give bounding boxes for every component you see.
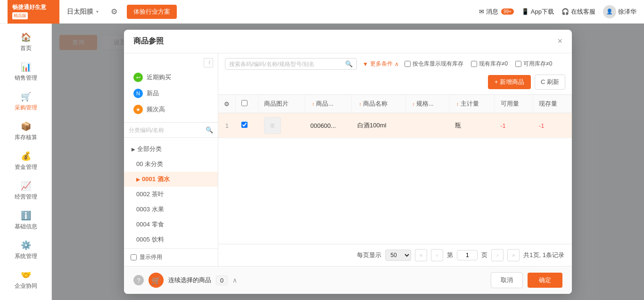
table-header-code[interactable]: ↕ 商品...: [305, 95, 352, 113]
sidebar-item-6[interactable]: ℹ️基础信息: [0, 206, 51, 235]
modal-footer: ? 🛒 连续选择的商品 0 ∧ 取消 确定: [124, 266, 572, 294]
logo-text: 畅捷通好生意: [12, 4, 46, 11]
product-reference-modal: 商品参照 × 《 ↩ 近期购买: [124, 30, 572, 294]
table-header-unit[interactable]: ↕ 主计量: [449, 95, 495, 113]
nav-right-area: ✉ 消息 99+ 📱 App下载 🎧 在线客服 👤 徐泽华: [479, 5, 636, 18]
per-page-select[interactable]: 50 20 100: [385, 250, 411, 261]
next-page-btn[interactable]: ›: [491, 249, 504, 261]
sidebar-item-5[interactable]: 📈经营管理: [0, 176, 51, 206]
footer-left: ? 🛒 连续选择的商品 0 ∧: [133, 273, 237, 288]
table-row[interactable]: 1 图 000600... 白酒100ml 瓶 -1 -1: [218, 113, 572, 138]
cat-item-6[interactable]: 0005 饮料: [124, 232, 218, 247]
avatar: 👤: [603, 5, 616, 18]
chevron-up-icon[interactable]: ∧: [232, 276, 237, 284]
category-search-icon[interactable]: 🔍: [206, 126, 213, 133]
pagination: 每页显示 50 20 100 « ‹ 第 页 ›: [218, 244, 572, 266]
select-all-checkbox[interactable]: [241, 100, 248, 106]
quick-filters: 《 ↩ 近期购买 N 新品 ★: [124, 53, 218, 123]
online-service-btn[interactable]: 🎧 在线客服: [561, 8, 595, 16]
table-header-spec[interactable]: ↕ 规格...: [405, 95, 449, 113]
store-dropdown[interactable]: 日太阳膜 ▾: [59, 0, 106, 24]
cancel-btn[interactable]: 取消: [491, 272, 523, 288]
page-word: 第: [447, 251, 453, 259]
usable-checkbox[interactable]: 可用库存≠0: [515, 60, 552, 68]
experience-btn[interactable]: 体验行业方案: [127, 5, 177, 19]
sidebar-item-1[interactable]: 📊销售管理: [0, 57, 51, 87]
sidebar-item-7[interactable]: ⚙️系统管理: [0, 235, 51, 265]
sidebar-item-0[interactable]: 🏠首页: [0, 27, 51, 57]
help-icon[interactable]: ?: [133, 275, 144, 285]
filter-more-btn[interactable]: ▼ 更多条件 ∧: [362, 58, 400, 70]
filter-up-icon: ∧: [395, 61, 399, 67]
user-profile[interactable]: 👤 徐泽华: [603, 5, 636, 18]
modal-close-btn[interactable]: ×: [557, 36, 562, 46]
row-num: 1: [218, 113, 236, 138]
settings-icon[interactable]: ⚙: [106, 7, 122, 16]
first-page-btn[interactable]: «: [415, 249, 427, 261]
headset-icon: 🎧: [561, 8, 569, 15]
left-panel: 《 ↩ 近期购买 N 新品 ★: [124, 53, 218, 266]
quick-new[interactable]: N 新品: [129, 85, 213, 101]
toolbar: 🔍 ▼ 更多条件 ∧ 按仓库显示现有库存: [218, 53, 572, 95]
sort-icon: ↕: [312, 101, 314, 107]
category-search: 🔍: [124, 123, 218, 138]
warehouse-checkbox[interactable]: 按仓库显示现有库存: [405, 60, 463, 68]
sidebar-item-3[interactable]: 📦库存核算: [0, 117, 51, 146]
sort-spec-icon: ↕: [413, 101, 415, 107]
app-download-btn[interactable]: 📱 App下载: [521, 8, 554, 16]
confirm-btn[interactable]: 确定: [528, 273, 562, 288]
sidebar-item-9[interactable]: 🎓新手引导: [0, 295, 51, 300]
sidebar-item-4[interactable]: 💰资金管理: [0, 146, 51, 176]
available-checkbox-input[interactable]: [471, 61, 477, 67]
messages-btn[interactable]: ✉ 消息 99+: [479, 8, 514, 16]
table-header-image: 商品图片: [258, 95, 305, 113]
cat-item-2[interactable]: ▶0001 酒水: [124, 172, 218, 187]
product-search-icon[interactable]: 🔍: [345, 60, 353, 67]
prev-page-btn[interactable]: ‹: [431, 249, 443, 261]
sidebar-item-8[interactable]: 🤝企业协同: [0, 265, 51, 295]
sort-name-icon: ↕: [359, 101, 361, 107]
last-page-btn[interactable]: »: [507, 249, 520, 261]
cat-item-0[interactable]: ▶全部分类: [124, 142, 218, 157]
sidebar-item-2[interactable]: 🛒采购管理: [0, 87, 51, 117]
message-icon: ✉: [479, 8, 484, 15]
cat-item-5[interactable]: 0004 零食: [124, 217, 218, 232]
modal-header: 商品参照 ×: [124, 30, 572, 53]
show-disabled-area: 显示停用: [124, 248, 218, 266]
product-thumbnail: 图: [264, 117, 281, 134]
cart-btn[interactable]: 🛒: [149, 273, 164, 288]
page-word2: 页: [481, 251, 487, 259]
category-search-input[interactable]: [129, 127, 203, 133]
warehouse-checkbox-input[interactable]: [405, 61, 411, 67]
product-search-box: 🔍: [225, 58, 357, 70]
logo: 畅捷通好生意 精品版: [8, 0, 59, 24]
sidebar: 🏠首页📊销售管理🛒采购管理📦库存核算💰资金管理📈经营管理ℹ️基础信息⚙️系统管理…: [0, 24, 52, 300]
product-table: ⚙ 商品图片: [218, 95, 572, 138]
collapse-panel-btn[interactable]: 《: [204, 58, 213, 67]
logo-badge: 精品版: [12, 12, 28, 19]
recent-icon: ↩: [133, 73, 143, 82]
available-checkbox[interactable]: 现有库存≠0: [471, 60, 508, 68]
row-checkbox[interactable]: [241, 122, 248, 128]
cat-item-1[interactable]: 00 未分类: [124, 157, 218, 172]
page-number-input[interactable]: [457, 250, 478, 260]
row-checkbox-cell: [236, 113, 258, 138]
quick-recent[interactable]: ↩ 近期购买: [129, 69, 213, 85]
sort-unit-icon: ↕: [456, 101, 459, 107]
table-settings-icon[interactable]: ⚙: [224, 100, 230, 108]
cat-item-4[interactable]: 0003 水果: [124, 202, 218, 217]
table-header-name[interactable]: ↕ 商品名称: [352, 95, 405, 113]
modal-body: 《 ↩ 近期购买 N 新品 ★: [124, 53, 572, 266]
row-unit: 瓶: [449, 113, 495, 138]
quick-frequent[interactable]: ★ 频次高: [129, 101, 213, 117]
filter-checkboxes: 按仓库显示现有库存 现有库存≠0 可用库存≠0: [405, 60, 553, 68]
refresh-btn[interactable]: C 刷新: [535, 75, 565, 90]
show-disabled-checkbox[interactable]: [131, 254, 137, 260]
product-search-input[interactable]: [229, 61, 342, 67]
dropdown-arrow-icon: ▾: [96, 9, 99, 14]
cat-item-3[interactable]: 0002 茶叶: [124, 187, 218, 202]
usable-checkbox-input[interactable]: [515, 61, 521, 67]
add-product-btn[interactable]: + 新增商品: [488, 75, 531, 89]
row-spec: [405, 113, 449, 138]
top-navbar: 畅捷通好生意 精品版 日太阳膜 ▾ ⚙ 体验行业方案 ✉ 消息 99+ 📱 Ap…: [0, 0, 644, 24]
